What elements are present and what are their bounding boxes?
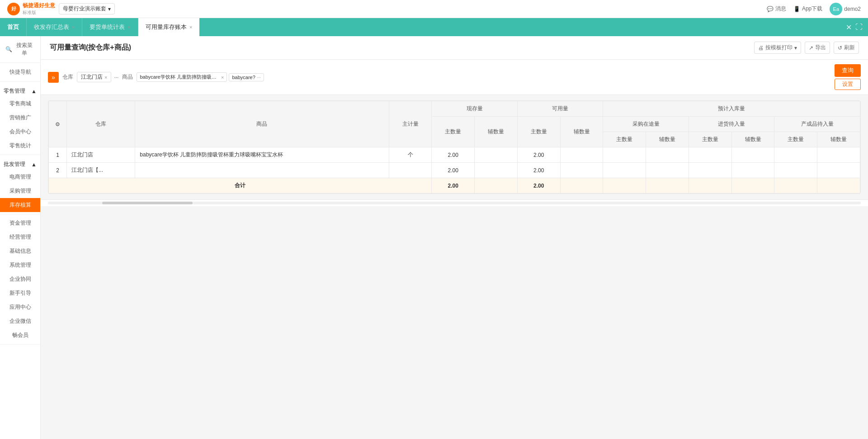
td-warehouse-2: 江北门店【... <box>67 163 135 178</box>
page-header: 可用量查询(按仓库+商品) 🖨 按模板打印 ▾ ↗ 导出 ↺ 刷新 <box>41 36 868 60</box>
th-stock-group: 现存量 <box>432 101 518 117</box>
message-icon: 💬 <box>767 6 774 12</box>
query-button[interactable]: 查询 <box>835 64 861 77</box>
sidebar-item-retail-stats[interactable]: 零售统计 <box>0 139 40 153</box>
printer-icon: 🖨 <box>758 45 764 51</box>
th-available-qty: 主数量 <box>517 117 560 147</box>
sidebar-section-wholesale-header[interactable]: 批发管理 ▲ <box>0 157 40 170</box>
chevron-up-icon2: ▲ <box>31 161 37 168</box>
sidebar-item-member[interactable]: 会员中心 <box>0 125 40 139</box>
td-production-qty-2 <box>774 163 817 178</box>
sidebar-item-appcenter[interactable]: 应用中心 <box>0 300 40 314</box>
sidebar-item-ecommerce[interactable]: 电商管理 <box>0 170 40 184</box>
sidebar-item-quick-nav[interactable]: 快捷导航 <box>0 65 40 80</box>
th-available-aux: 辅数量 <box>560 117 603 147</box>
td-footer-available-aux <box>560 178 603 194</box>
th-purchase-group: 采购在途量 <box>603 117 689 132</box>
td-purchase-aux-1 <box>646 147 689 163</box>
table-container: ⚙ 仓库 商品 主计量 现存量 可用量 预计入库量 主数量 辅数量 主数量 辅数… <box>48 100 861 194</box>
sidebar-item-purchase[interactable]: 采购管理 <box>0 184 40 198</box>
product-tag-1-close[interactable]: × <box>221 75 224 80</box>
export-button[interactable]: ↗ 导出 <box>805 42 830 54</box>
td-available-qty-2: 2.00 <box>517 163 560 178</box>
print-button[interactable]: 🖨 按模板打印 ▾ <box>754 42 801 54</box>
chevron-down-icon2: ▾ <box>794 45 797 51</box>
sidebar-item-newuser[interactable]: 新手引导 <box>0 286 40 300</box>
setting-button[interactable]: 设置 <box>835 79 861 90</box>
td-purchase-qty-2 <box>603 163 646 178</box>
sidebar-item-operations[interactable]: 经营管理 <box>0 230 40 244</box>
table-row: 1 江北门店 babycare学饮杯 儿童防摔防撞吸管杯重力球吸嘴杯宝宝水杯 个… <box>49 147 860 163</box>
th-production-qty: 主数量 <box>774 132 817 147</box>
th-incoming-group: 预计入库量 <box>603 101 860 117</box>
td-available-aux-1 <box>560 147 603 163</box>
sidebar-item-system[interactable]: 系统管理 <box>0 258 40 272</box>
th-transit-group: 进货待入量 <box>689 117 774 132</box>
sidebar-quick-nav: 快捷导航 <box>0 63 40 82</box>
filter-action-buttons: 查询 设置 <box>835 64 861 90</box>
warehouse-tag-close[interactable]: × <box>104 75 107 80</box>
tab-close-receipts[interactable]: × <box>72 24 75 30</box>
th-production-aux: 辅数量 <box>817 132 860 147</box>
message-button[interactable]: 💬 消息 <box>767 5 786 13</box>
top-bar-right: 💬 消息 📱 App下载 Ea demo2 <box>767 3 861 15</box>
th-transit-aux: 辅数量 <box>731 132 774 147</box>
td-production-aux-1 <box>817 147 860 163</box>
td-production-aux-2 <box>817 163 860 178</box>
logo-area: 好 畅捷通好生意 标准版 <box>7 2 55 16</box>
settings-icon[interactable]: ⚙ <box>55 121 60 127</box>
chevron-up-icon: ▲ <box>31 88 37 94</box>
tab-available-stock[interactable]: 可用量库存账本 × <box>138 18 199 36</box>
td-purchase-aux-2 <box>646 163 689 178</box>
th-stock-qty: 主数量 <box>432 117 475 147</box>
search-menu-button[interactable]: 🔍 搜索菜单 <box>4 40 37 59</box>
sidebar-item-retail-mall[interactable]: 零售商城 <box>0 97 40 111</box>
warehouse-more[interactable]: ··· <box>114 74 118 80</box>
tab-home[interactable]: 首页 <box>0 18 27 36</box>
tab-close-available-stock[interactable]: × <box>189 24 192 30</box>
scroll-thumb[interactable] <box>102 202 193 204</box>
tab-receipts[interactable]: 收发存汇总表 × <box>27 18 82 36</box>
td-footer-label: 合计 <box>49 178 432 194</box>
td-stock-qty-1: 2.00 <box>432 147 475 163</box>
page-actions: 🖨 按模板打印 ▾ ↗ 导出 ↺ 刷新 <box>754 42 859 54</box>
close-tab-btn[interactable]: ✕ <box>846 23 852 32</box>
sidebar-section-retail-header[interactable]: 零售管理 ▲ <box>0 84 40 97</box>
td-transit-qty-1 <box>689 147 731 163</box>
th-stock-aux: 辅数量 <box>475 117 518 147</box>
td-footer-transit-qty <box>689 178 731 194</box>
sidebar-item-enterprise[interactable]: 企业协同 <box>0 272 40 286</box>
refresh-button[interactable]: ↺ 刷新 <box>834 42 859 54</box>
th-available-group: 可用量 <box>517 101 603 117</box>
fullscreen-btn[interactable]: ⛶ <box>855 23 863 31</box>
sidebar-section-retail: 零售管理 ▲ 零售商城 营销推广 会员中心 零售统计 <box>0 82 40 155</box>
sidebar-item-capital[interactable]: 资金管理 <box>0 216 40 230</box>
table-header-row-1: ⚙ 仓库 商品 主计量 现存量 可用量 预计入库量 <box>49 101 860 117</box>
sidebar-item-wechat[interactable]: 企业微信 <box>0 314 40 328</box>
tab-order-stats[interactable]: 要货单统计表 × <box>82 18 138 36</box>
sidebar-item-inventory[interactable]: 库存核算 <box>0 198 40 212</box>
main-layout: 🔍 搜索菜单 快捷导航 零售管理 ▲ 零售商城 营销推广 会员中心 零售统计 批… <box>0 36 868 439</box>
sidebar-item-member2[interactable]: 畅会员 <box>0 328 40 342</box>
page-title: 可用量查询(按仓库+商品) <box>50 43 131 52</box>
export-icon: ↗ <box>809 45 813 51</box>
td-footer-stock-qty: 2.00 <box>432 178 475 194</box>
app-download-button[interactable]: 📱 App下载 <box>793 5 822 13</box>
product-tag-1: babycare学饮杯 儿童防摔防撞吸管杯重力球吸嘴杯宝宝水杯 × <box>137 72 227 82</box>
avatar: Ea <box>830 3 842 15</box>
td-warehouse-1: 江北门店 <box>67 147 135 163</box>
td-stock-aux-1 <box>475 147 518 163</box>
sidebar: 🔍 搜索菜单 快捷导航 零售管理 ▲ 零售商城 营销推广 会员中心 零售统计 批… <box>0 36 41 439</box>
td-stock-qty-2: 2.00 <box>432 163 475 178</box>
bottom-scroll-area <box>41 199 868 206</box>
tab-bar: 首页 收发存汇总表 × 要货单统计表 × 可用量库存账本 × ✕ ⛶ <box>0 18 868 36</box>
tab-close-order-stats[interactable]: × <box>127 24 130 30</box>
content-area: 可用量查询(按仓库+商品) 🖨 按模板打印 ▾ ↗ 导出 ↺ 刷新 » <box>41 36 868 439</box>
filter-expand-button[interactable]: » <box>48 72 59 83</box>
product-label: 商品 <box>122 73 133 81</box>
sidebar-item-marketing[interactable]: 营销推广 <box>0 111 40 125</box>
user-area[interactable]: Ea demo2 <box>830 3 861 15</box>
store-selector[interactable]: 母婴行业演示账套 ▾ <box>59 3 115 14</box>
sidebar-item-basic[interactable]: 基础信息 <box>0 244 40 258</box>
product-filter-area: babycare学饮杯 儿童防摔防撞吸管杯重力球吸嘴杯宝宝水杯 × babyca… <box>137 72 831 82</box>
